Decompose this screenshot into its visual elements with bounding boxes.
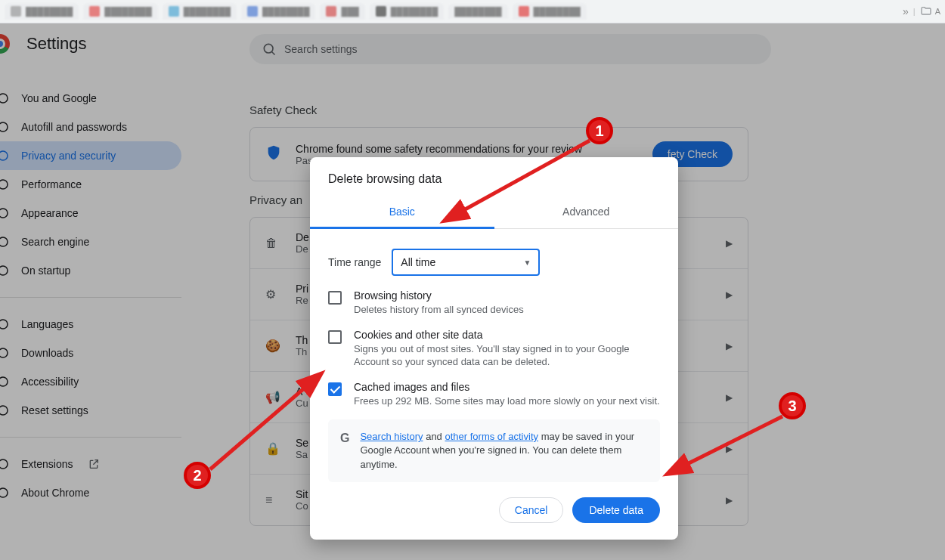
annotation-badge-2: 2 [184, 462, 211, 489]
annotation-badge-3: 3 [779, 392, 806, 419]
browser-tab[interactable]: ████████ [163, 3, 237, 20]
option-desc: Frees up 292 MB. Some sites may load mor… [354, 394, 660, 408]
chevron-down-icon: ▼ [523, 258, 531, 267]
delete-data-button[interactable]: Delete data [572, 497, 660, 523]
checkbox[interactable] [328, 330, 342, 344]
search-history-link[interactable]: Search history [360, 431, 423, 442]
checkbox[interactable] [328, 291, 342, 305]
delete-browsing-data-dialog: Delete browsing data Basic Advanced Time… [310, 157, 678, 540]
checkbox[interactable] [328, 382, 342, 396]
annotation-badge-1: 1 [586, 117, 613, 144]
option-desc: Deletes history from all synced devices [354, 303, 524, 317]
clear-option: Cached images and filesFrees up 292 MB. … [328, 381, 660, 408]
time-range-value: All time [401, 256, 435, 268]
browser-tab[interactable]: ███ [320, 3, 364, 20]
bookmarks-folder[interactable]: A [920, 5, 940, 17]
option-title: Cached images and files [354, 381, 660, 393]
tab-basic[interactable]: Basic [310, 196, 494, 229]
browser-tab[interactable]: ████████ [83, 3, 157, 20]
clear-option: Cookies and other site dataSigns you out… [328, 329, 660, 369]
browser-tab[interactable]: ████████ [513, 3, 587, 20]
other-activity-link[interactable]: other forms of activity [445, 431, 538, 442]
browser-tabstrip: ████████ ████████ ████████ ████████ ███ … [0, 0, 945, 23]
cancel-button[interactable]: Cancel [499, 497, 564, 523]
dialog-title: Delete browsing data [310, 157, 678, 196]
browser-tab[interactable]: ████████ [241, 3, 315, 20]
time-range-label: Time range [328, 256, 381, 268]
option-title: Browsing history [354, 289, 524, 302]
browser-tab[interactable]: ████████ [370, 3, 444, 20]
browser-tab[interactable]: ████████ [5, 3, 79, 20]
time-range-select[interactable]: All time ▼ [392, 249, 540, 276]
option-title: Cookies and other site data [354, 329, 660, 341]
browser-tab[interactable]: ████████ [448, 4, 507, 19]
google-g-icon: G [340, 430, 349, 447]
google-account-info: G Search history and other forms of acti… [328, 419, 660, 482]
clear-option: Browsing historyDeletes history from all… [328, 289, 660, 317]
option-desc: Signs you out of most sites. You'll stay… [354, 342, 660, 369]
bookmarks-label: A [935, 7, 940, 16]
tab-advanced[interactable]: Advanced [494, 196, 679, 228]
tabs-overflow-icon[interactable]: » [903, 5, 909, 17]
